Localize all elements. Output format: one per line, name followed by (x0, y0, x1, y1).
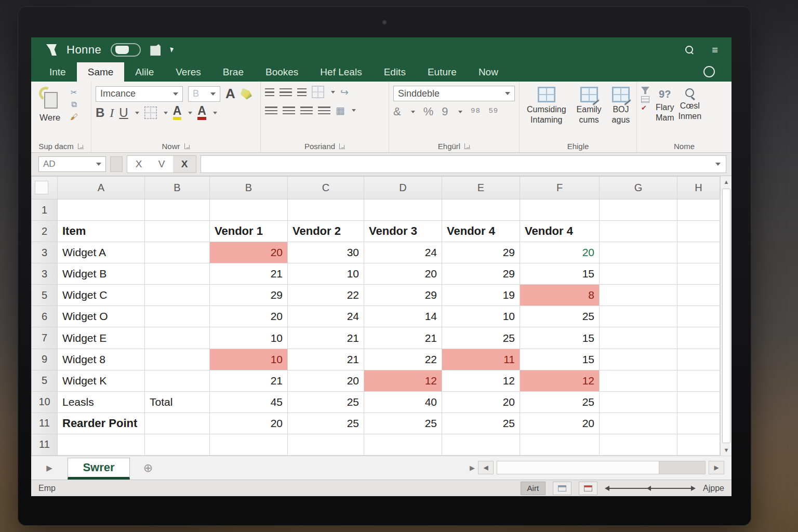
menu-icon[interactable]: ≡ (712, 45, 718, 55)
cell-r3-c7[interactable] (600, 263, 677, 285)
clipboard-dialog-launcher[interactable] (78, 143, 84, 149)
indent-decrease-button[interactable] (300, 107, 313, 114)
paste-button[interactable]: Were (35, 86, 64, 140)
cell-r5-c1[interactable] (145, 306, 210, 327)
ribbon-tab-edits[interactable]: Edits (373, 62, 417, 82)
cell-r9-c8[interactable] (677, 391, 720, 413)
cell-r2-c1[interactable] (145, 242, 210, 263)
cell-r3-c0[interactable]: Widget B (58, 263, 145, 285)
horizontal-scroll-thumb[interactable] (497, 461, 659, 474)
cell-r2-c4[interactable]: 24 (364, 242, 442, 263)
cell-r2-c5[interactable]: 29 (442, 242, 520, 263)
cell-r10-c7[interactable] (600, 413, 677, 434)
number-symbol-caret-icon[interactable] (458, 111, 462, 113)
normal-view-button[interactable] (553, 482, 571, 495)
cell-r0-c4[interactable] (364, 200, 442, 221)
cell-r0-c7[interactable] (600, 200, 677, 221)
wrap-text-icon[interactable]: ↪ (340, 86, 349, 98)
cell-r6-c8[interactable] (677, 327, 720, 349)
font-size-select[interactable]: B (188, 86, 220, 102)
ribbon-tab-brae[interactable]: Brae (212, 62, 255, 82)
cell-r4-c1[interactable] (145, 285, 210, 306)
cell-r6-c1[interactable] (145, 327, 210, 349)
scroll-down-icon[interactable]: ▼ (721, 444, 732, 456)
column-header-1[interactable]: B (145, 177, 210, 200)
cell-r10-c4[interactable]: 25 (364, 413, 442, 434)
cell-r3-c2[interactable]: 21 (210, 263, 288, 285)
cell-r10-c0[interactable]: Rearder Point (58, 413, 145, 434)
cell-r11-c2[interactable] (210, 434, 288, 455)
font-name-select[interactable]: Imcance (96, 86, 183, 102)
cell-r4-c8[interactable] (677, 285, 720, 306)
scroll-up-icon[interactable]: ▲ (721, 176, 732, 188)
cell-r5-c0[interactable]: Widget O (58, 306, 145, 327)
cell-r5-c5[interactable]: 10 (442, 306, 520, 327)
cell-r5-c6[interactable]: 25 (520, 306, 600, 327)
cell-r6-c5[interactable]: 25 (442, 327, 520, 349)
copy-icon[interactable]: ⧉ (69, 100, 79, 109)
cell-r9-c4[interactable]: 40 (364, 391, 442, 413)
ribbon-tab-veres[interactable]: Veres (165, 62, 212, 82)
alignment-dialog-launcher[interactable] (339, 143, 345, 149)
vertical-scroll-thumb[interactable] (722, 189, 730, 443)
horizontal-scroll-track[interactable] (497, 461, 706, 474)
column-header-0[interactable]: A (58, 177, 145, 200)
align-left-button[interactable] (265, 107, 277, 114)
row-header-5[interactable]: 6 (32, 306, 58, 327)
row-header-8[interactable]: 5 (32, 370, 58, 391)
cell-r9-c2[interactable]: 45 (210, 391, 288, 413)
cell-r9-c5[interactable]: 20 (442, 391, 520, 413)
cell-r11-c4[interactable] (364, 434, 442, 455)
editing-button-csl[interactable]: CœslInmen (676, 86, 703, 140)
row-header-7[interactable]: 9 (32, 349, 58, 370)
merge-caret-icon[interactable] (352, 109, 356, 112)
cell-r1-c4[interactable]: Vendor 3 (364, 221, 442, 242)
number-symbol-button-0[interactable]: & (393, 105, 401, 118)
cell-r8-c6[interactable]: 12 (520, 370, 600, 391)
cell-r7-c0[interactable]: Widget 8 (58, 349, 145, 370)
enter-button[interactable]: V (150, 156, 173, 172)
orientation-button[interactable] (312, 86, 324, 98)
styles-button-eamily[interactable]: Eamilycums (574, 86, 605, 140)
cell-r0-c8[interactable] (677, 200, 720, 221)
zoom-slider-track[interactable] (609, 488, 691, 489)
cell-r0-c1[interactable] (145, 200, 210, 221)
search-icon[interactable] (685, 45, 694, 55)
cell-r6-c6[interactable]: 15 (520, 327, 600, 349)
save-icon[interactable] (150, 44, 161, 56)
align-top-button[interactable] (265, 88, 274, 96)
cell-r1-c3[interactable]: Vendor 2 (288, 221, 364, 242)
number-symbol-caret-icon[interactable] (411, 111, 415, 113)
view-mode-button[interactable]: Airt (521, 482, 546, 495)
number-symbol-button-4[interactable]: ⁵⁹ (488, 105, 498, 118)
cell-r8-c1[interactable] (145, 370, 210, 391)
cell-r1-c2[interactable]: Vendor 1 (210, 221, 288, 242)
cut-icon[interactable]: ✂ (69, 88, 79, 97)
cell-r5-c3[interactable]: 24 (288, 306, 364, 327)
cell-r0-c3[interactable] (288, 200, 364, 221)
cell-r6-c2[interactable]: 10 (210, 327, 288, 349)
cell-r9-c3[interactable]: 25 (288, 391, 364, 413)
number-symbol-button-2[interactable]: 9 (442, 105, 448, 118)
tab-scroll-arrow-icon[interactable]: ▶ (470, 464, 475, 472)
cell-r1-c6[interactable]: Vendor 4 (520, 221, 600, 242)
row-header-11[interactable]: 11 (32, 434, 58, 455)
font-color-button[interactable]: A (197, 105, 206, 120)
formula-expand-caret-icon[interactable] (715, 163, 721, 166)
cell-r9-c7[interactable] (600, 391, 677, 413)
row-header-9[interactable]: 10 (32, 391, 58, 413)
cell-r0-c5[interactable] (442, 200, 520, 221)
insert-function-button[interactable]: X (173, 156, 196, 172)
cell-r4-c0[interactable]: Widget C (58, 285, 145, 306)
column-header-3[interactable]: C (288, 177, 364, 200)
sheet-nav-arrow-icon[interactable]: ▶ (31, 456, 68, 480)
cell-r6-c3[interactable]: 21 (288, 327, 364, 349)
cell-r8-c2[interactable]: 21 (210, 370, 288, 391)
font-dialog-launcher[interactable] (184, 143, 190, 149)
cell-r3-c4[interactable]: 20 (364, 263, 442, 285)
row-header-3[interactable]: 3 (32, 263, 58, 285)
cell-r10-c3[interactable]: 25 (288, 413, 364, 434)
editing-button-flary[interactable]: 9?FlaryMam (654, 86, 676, 140)
scroll-right-icon[interactable]: ▶ (709, 461, 724, 474)
formula-input[interactable] (201, 155, 726, 173)
